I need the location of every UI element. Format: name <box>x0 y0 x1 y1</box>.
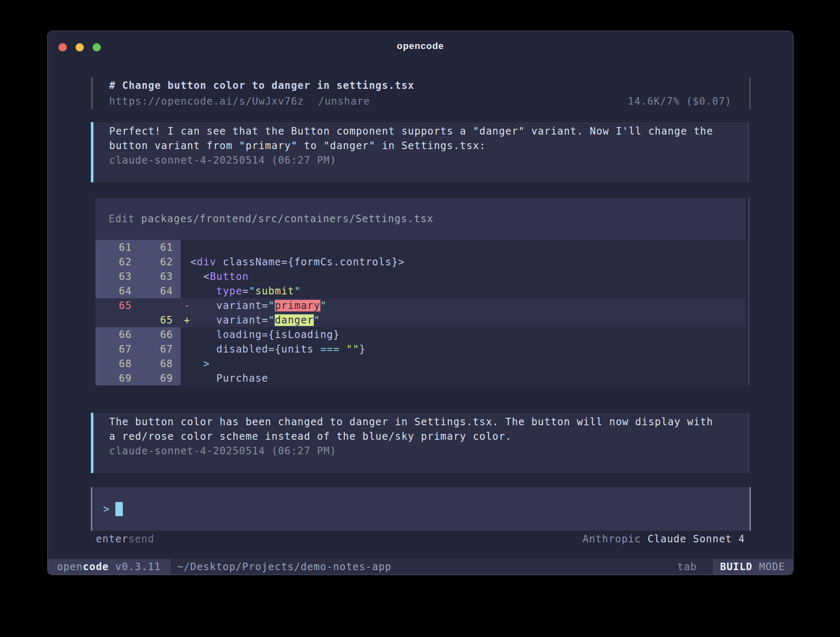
diff-marker <box>184 329 190 341</box>
diff-code-line: <Button <box>181 269 249 284</box>
prompt-symbol: > <box>103 503 110 515</box>
diff-code-line: disabled={units === ""} <box>181 342 366 356</box>
message-meta: claude-sonnet-4-20250514 (06:27 PM) <box>109 153 748 167</box>
diff-code-line: - variant="primary" <box>181 298 327 313</box>
provider-name: Anthropic <box>583 533 648 545</box>
session-share-url[interactable]: https://opencode.ai/s/UwJxv76z <box>109 96 304 107</box>
diff-code-line: <div className={formCs.controls}> <box>181 255 405 269</box>
code-token <box>190 329 217 341</box>
old-line-number: 63 <box>95 271 132 282</box>
old-line-number: 69 <box>95 372 132 384</box>
diff-row: 65+ variant="danger" <box>95 313 746 327</box>
diff-marker <box>184 343 190 355</box>
assistant-message: Perfect! I can see that the Button compo… <box>91 122 751 182</box>
unshare-command: /unshare <box>318 96 370 107</box>
diff-marker: - <box>184 300 190 311</box>
diff-gutter: 6767 <box>95 342 181 356</box>
code-token: = <box>262 300 269 311</box>
new-line-number: 67 <box>132 343 173 355</box>
diff-view: 6161 6262 <div className={formCs.control… <box>95 240 746 385</box>
code-token: Purchase <box>216 372 268 384</box>
new-line-number: 65 <box>132 314 173 326</box>
old-line-number: 62 <box>95 256 132 268</box>
message-meta: claude-sonnet-4-20250514 (06:27 PM) <box>109 443 748 458</box>
code-token <box>190 372 217 384</box>
code-token <box>190 300 217 311</box>
opencode-window: opencode # Change button color to danger… <box>47 31 794 575</box>
message-text: button variant from "primary" to "danger… <box>109 138 748 153</box>
model-indicator: Anthropic Claude Sonnet 4 <box>544 522 745 556</box>
diff-row: 6161 <box>95 240 746 255</box>
code-token: === <box>320 343 340 355</box>
token-usage: 14.6K/7% ($0.07) <box>628 96 732 107</box>
code-token <box>216 256 223 268</box>
zoom-button[interactable] <box>93 43 101 51</box>
code-token: div <box>197 256 216 268</box>
code-token: = <box>281 256 288 268</box>
new-line-number: 62 <box>132 256 173 268</box>
code-token: " <box>294 285 301 297</box>
assistant-message: The button color has been changed to dan… <box>91 413 751 473</box>
code-token <box>340 343 347 355</box>
diff-gutter: 6161 <box>95 240 181 255</box>
new-line-number: 64 <box>132 285 173 297</box>
old-line-number: 68 <box>95 358 132 370</box>
code-token: "" <box>346 343 359 355</box>
app-name-open: open <box>57 561 83 573</box>
code-token <box>190 358 203 370</box>
diff-code-line <box>181 240 190 255</box>
code-token: danger <box>275 314 314 326</box>
message-text: a red/rose color scheme instead of the b… <box>109 429 748 443</box>
code-token: " <box>314 314 320 326</box>
minimize-button[interactable] <box>76 43 84 51</box>
code-token: < <box>190 256 197 268</box>
message-text: The button color has been changed to dan… <box>109 414 748 429</box>
mode-segment[interactable]: BUILD MODE <box>713 559 794 575</box>
close-button[interactable] <box>59 43 67 51</box>
old-line-number: 67 <box>95 343 132 355</box>
code-token: = <box>262 314 269 326</box>
diff-marker <box>184 256 190 268</box>
code-token <box>190 314 217 326</box>
window-title: opencode <box>397 41 444 51</box>
code-token: className <box>223 256 281 268</box>
code-token: = <box>262 329 269 341</box>
session-title: # Change button color to danger in setti… <box>109 78 732 93</box>
diff-marker <box>184 372 190 384</box>
diff-marker <box>184 271 190 282</box>
hints-row: enter send Anthropic Claude Sonnet 4 <box>48 531 794 547</box>
diff-row: 6363 <Button <box>95 269 746 284</box>
code-token: disabled <box>216 343 268 355</box>
code-token: {units <box>275 343 320 355</box>
code-token: " <box>268 300 275 311</box>
tab-key-hint[interactable]: tab <box>677 561 697 573</box>
new-line-number: 66 <box>132 329 173 341</box>
diff-row: 6464 type="submit" <box>95 284 746 298</box>
code-token: = <box>242 285 249 297</box>
code-token: variant <box>216 314 262 326</box>
app-version-segment: opencode v0.3.11 <box>48 559 171 575</box>
text-cursor <box>115 502 123 516</box>
diff-gutter: 6262 <box>95 255 181 269</box>
edit-tool-block: Edit packages/frontend/src/containers/Se… <box>95 198 746 385</box>
diff-gutter: 65 <box>95 298 181 313</box>
new-line-number: 61 <box>132 242 173 253</box>
diff-code-line: > <box>181 356 210 371</box>
diff-gutter: 65 <box>95 313 181 327</box>
old-line-number: 65 <box>95 300 132 311</box>
code-token: variant <box>216 300 262 311</box>
code-token: } <box>359 343 366 355</box>
app-version: v0.3.11 <box>109 561 161 573</box>
code-token: " <box>268 314 275 326</box>
code-token: submit <box>255 285 294 297</box>
code-token: " <box>249 285 256 297</box>
diff-row: 6666 loading={isLoading} <box>95 327 746 342</box>
diff-marker <box>184 358 190 370</box>
send-action-label: send <box>128 533 154 545</box>
diff-gutter: 6969 <box>95 371 181 385</box>
diff-row: 65- variant="primary" <box>95 298 746 313</box>
mode-build: BUILD <box>720 561 752 573</box>
code-token <box>190 343 217 355</box>
code-token: " <box>320 300 327 311</box>
diff-row: 6969 Purchase <box>95 371 746 385</box>
